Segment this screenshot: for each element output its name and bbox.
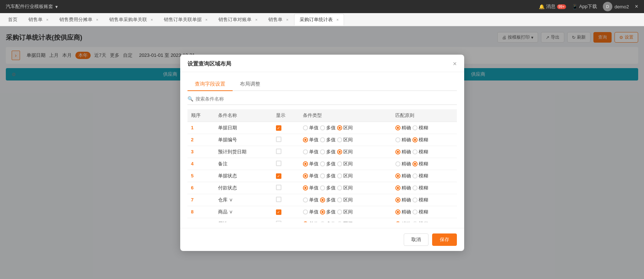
match-radio-精确[interactable]: 精确 [395,125,411,131]
match-radio-精确[interactable]: 精确 [395,197,411,203]
dropdown-icon[interactable]: ▾ [55,4,58,9]
row-type-cell: 单值多值区间 [299,182,392,194]
display-checkbox[interactable]: ✓ [276,125,281,131]
radio-circle [303,137,308,142]
type-radio-多值[interactable]: 多值 [320,161,336,167]
type-radio-多值[interactable]: 多值 [320,173,336,179]
match-radio-精确[interactable]: 精确 [395,137,411,143]
type-radio-单值[interactable]: 单值 [303,197,319,203]
download-label: App下载 [579,3,597,10]
match-radio-模糊[interactable]: 模糊 [412,161,428,167]
match-radio-模糊[interactable]: 模糊 [412,149,428,155]
dialog-tab-layout[interactable]: 布局调整 [233,78,268,90]
match-radio-精确[interactable]: 精确 [395,221,411,222]
tab-sales-reconcile[interactable]: 销售订单对账单 × [213,14,262,25]
row-display-cell [272,218,299,222]
match-radio-模糊[interactable]: 模糊 [412,209,428,215]
match-radio-精确[interactable]: 精确 [395,173,411,179]
tab-sales2[interactable]: 销售单 × [263,14,293,25]
type-radio-区间[interactable]: 区间 [337,209,353,215]
radio-label: 单值 [309,149,319,155]
type-radio-单值[interactable]: 单值 [303,221,319,222]
dialog-body: 查询字段设置 布局调整 🔍 顺序 [180,72,464,228]
type-radio-多值[interactable]: 多值 [320,149,336,155]
dialog-tab-fields[interactable]: 查询字段设置 [187,78,233,90]
row-type-cell: 单值多值区间 [299,134,392,146]
match-radio-group: 精确模糊 [395,221,453,222]
save-button[interactable]: 保存 [432,233,457,246]
th-name: 条件名称 [214,109,272,122]
dialog: 设置查询区域布局 × 查询字段设置 布局调整 🔍 [180,55,464,251]
match-radio-模糊[interactable]: 模糊 [412,173,428,179]
tab-home[interactable]: 首页 [3,14,23,25]
row-display-cell [272,158,299,170]
dialog-close-button[interactable]: × [453,60,457,67]
match-radio-精确[interactable]: 精确 [395,161,411,167]
type-radio-单值[interactable]: 单值 [303,161,319,167]
display-checkbox[interactable]: ✓ [276,173,281,179]
radio-circle [412,209,418,215]
tab-sales-expense[interactable]: 销售费用分摊单 × [54,14,103,25]
type-radio-单值[interactable]: 单值 [303,137,319,143]
type-radio-区间[interactable]: 区间 [337,137,353,143]
radio-label: 区间 [343,149,353,155]
row-order: 6 [187,182,214,194]
tab-sales-order-related[interactable]: 销售订单关联单据 × [159,14,213,25]
type-radio-多值[interactable]: 多值 [320,221,336,222]
match-radio-精确[interactable]: 精确 [395,209,411,215]
match-radio-模糊[interactable]: 模糊 [412,137,428,143]
display-checkbox[interactable] [276,137,281,142]
type-radio-多值[interactable]: 多值 [320,137,336,143]
type-radio-多值[interactable]: 多值 [320,185,336,191]
display-checkbox[interactable] [276,197,281,202]
type-radio-区间[interactable]: 区间 [337,125,353,131]
tab-sales[interactable]: 销售单 × [23,14,54,25]
display-checkbox[interactable] [276,185,281,190]
type-radio-多值[interactable]: 多值 [320,197,336,203]
tab-purchase-stats[interactable]: 采购订单统计表 × [294,14,344,25]
row-match-cell: 精确模糊 [392,122,457,134]
display-checkbox[interactable] [276,149,281,154]
match-radio-模糊[interactable]: 模糊 [412,125,428,131]
download-area[interactable]: 📱 App下载 [572,3,597,10]
type-radio-单值[interactable]: 单值 [303,149,319,155]
type-radio-group: 单值多值区间 [303,137,388,143]
type-radio-区间[interactable]: 区间 [337,161,353,167]
radio-label: 区间 [343,125,353,131]
radio-circle [395,185,400,190]
type-radio-区间[interactable]: 区间 [337,149,353,155]
radio-circle [412,185,418,190]
type-radio-区间[interactable]: 区间 [337,197,353,203]
display-checkbox[interactable] [276,221,281,222]
user-area[interactable]: D demo2 [603,2,629,11]
radio-label: 精确 [402,197,411,203]
display-checkbox[interactable]: ✓ [276,209,281,215]
radio-circle [395,173,400,178]
notification-area[interactable]: 🔔 消息 99+ [539,3,566,10]
search-input[interactable] [195,96,268,102]
type-radio-单值[interactable]: 单值 [303,209,319,215]
type-radio-区间[interactable]: 区间 [337,221,353,222]
tab-sales-purchase[interactable]: 销售单采购单关联 × [104,14,158,25]
type-radio-区间[interactable]: 区间 [337,185,353,191]
match-radio-模糊[interactable]: 模糊 [412,197,428,203]
radio-label: 模糊 [419,173,428,179]
match-radio-group: 精确模糊 [395,125,453,131]
match-radio-精确[interactable]: 精确 [395,149,411,155]
match-radio-模糊[interactable]: 模糊 [412,221,428,222]
type-radio-区间[interactable]: 区间 [337,173,353,179]
radio-label: 单值 [309,161,319,167]
match-radio-group: 精确模糊 [395,185,453,191]
radio-circle [303,149,308,154]
type-radio-单值[interactable]: 单值 [303,173,319,179]
top-close-button[interactable]: × [635,3,638,10]
cancel-button[interactable]: 取消 [404,233,428,246]
display-checkbox[interactable] [276,161,281,166]
match-radio-模糊[interactable]: 模糊 [412,185,428,191]
type-radio-多值[interactable]: 多值 [320,125,336,131]
match-radio-精确[interactable]: 精确 [395,185,411,191]
dialog-tab-bar: 查询字段设置 布局调整 [187,78,457,91]
type-radio-多值[interactable]: 多值 [320,209,336,215]
type-radio-单值[interactable]: 单值 [303,185,319,191]
type-radio-单值[interactable]: 单值 [303,125,319,131]
